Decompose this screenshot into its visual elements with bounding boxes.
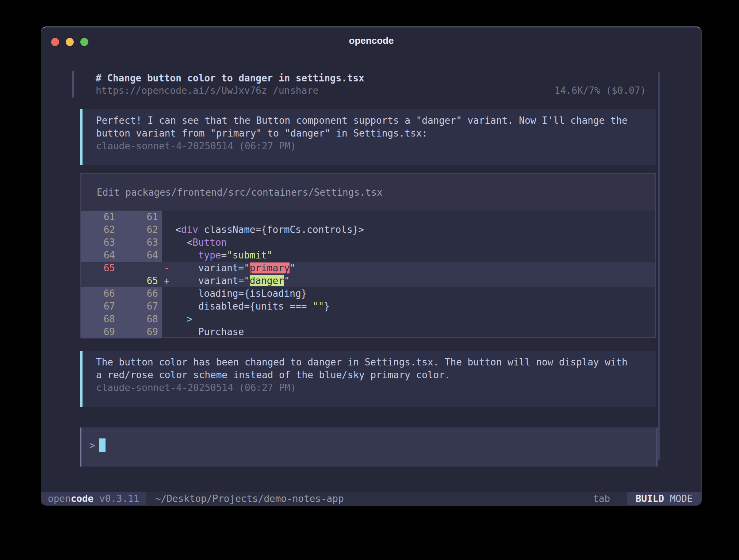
line-number-old: 64 — [81, 249, 119, 262]
diff-line: 65-variant="primary" — [81, 262, 655, 275]
edit-tool-title: Edit packages/frontend/src/containers/Se… — [81, 174, 655, 211]
added-marker: + — [164, 275, 170, 287]
code-line: type="submit" — [162, 249, 655, 262]
line-number-old: 62 — [81, 223, 119, 236]
window-title: opencode — [41, 35, 701, 46]
tab-hint: tab — [593, 492, 610, 505]
line-number-new: 69 — [119, 326, 162, 338]
assistant-message: The button color has been changed to dan… — [80, 351, 656, 407]
diff-line: 6161 — [81, 211, 655, 223]
line-number-old: 68 — [81, 313, 119, 326]
line-number-new: 63 — [119, 236, 162, 249]
diff-line: 6868> — [81, 313, 655, 326]
token-usage: 14.6K/7% ($0.07) — [555, 84, 646, 97]
message-meta: claude-sonnet-4-20250514 (06:27 PM) — [96, 140, 656, 153]
diff-line: 6666loading={isLoading} — [81, 287, 655, 300]
message-line: a red/rose color scheme instead of the b… — [96, 369, 656, 381]
code-line: Purchase — [162, 326, 655, 338]
titlebar: opencode — [41, 27, 701, 51]
app-version-chip: opencode v0.3.11 — [41, 492, 146, 505]
message-line: button variant from "primary" to "danger… — [96, 127, 656, 140]
chat-scrollbar[interactable] — [658, 72, 660, 460]
session-header: # Change button color to danger in setti… — [72, 71, 646, 97]
message-line: The button color has been changed to dan… — [96, 356, 656, 369]
working-directory: ~/Desktop/Projects/demo-notes-app — [155, 492, 344, 505]
line-number-new: 62 — [119, 223, 162, 236]
assistant-message: Perfect! I can see that the Button compo… — [80, 109, 656, 165]
line-number-new: 67 — [119, 300, 162, 313]
message-meta: claude-sonnet-4-20250514 (06:27 PM) — [96, 381, 656, 394]
line-number-new: 65 — [119, 275, 162, 287]
code-line: +variant="danger" — [162, 275, 655, 287]
diff-line: 6262<div className={formCs.controls}> — [81, 223, 655, 236]
opencode-window: opencode # Change button color to danger… — [41, 27, 701, 505]
line-number-old: 63 — [81, 236, 119, 249]
edit-tool-block: Edit packages/frontend/src/containers/Se… — [80, 173, 656, 338]
line-number-old: 65 — [81, 262, 119, 275]
line-number-old: 66 — [81, 287, 119, 300]
code-line: -variant="primary" — [162, 262, 655, 275]
diff-line: 6363<Button — [81, 236, 655, 249]
line-number-old — [81, 275, 119, 287]
removed-marker: - — [164, 262, 170, 275]
line-number-new: 61 — [119, 211, 162, 223]
code-line: <Button — [162, 236, 655, 249]
diff-line: 6767disabled={units === ""} — [81, 300, 655, 313]
message-line: Perfect! I can see that the Button compo… — [96, 114, 656, 127]
line-number-old: 67 — [81, 300, 119, 313]
code-line: loading={isLoading} — [162, 287, 655, 300]
diff-line: 6464type="submit" — [81, 249, 655, 262]
diff-line: 65+variant="danger" — [81, 275, 655, 287]
share-url[interactable]: https://opencode.ai/s/UwJxv76z /unshare — [96, 84, 318, 97]
line-number-old: 69 — [81, 326, 119, 338]
line-number-old: 61 — [81, 211, 119, 223]
line-number-new: 64 — [119, 249, 162, 262]
code-line: > — [162, 313, 655, 326]
status-bar: opencode v0.3.11 ~/Desktop/Projects/demo… — [41, 492, 701, 505]
line-number-new — [119, 262, 162, 275]
line-number-new: 66 — [119, 287, 162, 300]
code-line — [162, 211, 655, 223]
prompt-chevron: > — [89, 440, 95, 451]
diff-rows: 61616262<div className={formCs.controls}… — [81, 211, 655, 338]
session-title: # Change button color to danger in setti… — [96, 72, 646, 84]
text-cursor — [99, 438, 106, 452]
code-line: <div className={formCs.controls}> — [162, 223, 655, 236]
diff-line: 6969Purchase — [81, 326, 655, 338]
line-number-new: 68 — [119, 313, 162, 326]
prompt-input[interactable]: > — [80, 427, 658, 467]
code-line: disabled={units === ""} — [162, 300, 655, 313]
mode-toggle[interactable]: BUILD MODE — [627, 492, 701, 505]
